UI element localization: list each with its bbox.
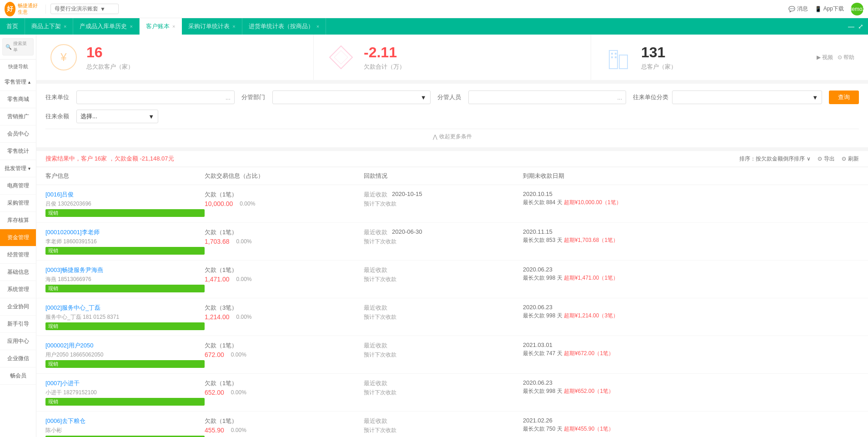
sidebar-item-enterprise[interactable]: 企业协同 — [0, 298, 36, 316]
customer-name-2[interactable]: [0003]畅捷服务尹海燕 — [45, 266, 205, 274]
customer-name-1[interactable]: [0001020001]李老师 — [45, 228, 205, 236]
customer-info-2: [0003]畅捷服务尹海燕 海燕 18513066976 现销 — [45, 266, 205, 292]
close-tab-produce[interactable]: × — [130, 24, 132, 29]
stat-icon-building — [605, 44, 632, 71]
due-overdue-0: 最长欠款 884 天 超期¥10,000.00（1笔） — [523, 199, 859, 206]
sidebar-item-ecommerce[interactable]: 电商管理 — [0, 177, 36, 195]
filter-category-select[interactable]: ▼ — [672, 90, 822, 104]
sidebar-item-system[interactable]: 系统管理 — [0, 281, 36, 298]
sidebar-item-basic[interactable]: 基础信息 — [0, 264, 36, 281]
sidebar-item-retail-stats[interactable]: 零售统计 — [0, 143, 36, 160]
close-tab-purchase[interactable]: × — [232, 24, 235, 29]
close-tab-import[interactable]: × — [316, 24, 319, 29]
sidebar-item-member[interactable]: 会员中心 — [0, 126, 36, 143]
customer-name-6[interactable]: [0006]去下粮仓 — [45, 417, 205, 425]
sidebar-item-finance[interactable]: 资金管理 — [0, 229, 36, 246]
due-info-5: 2020.06.23 最长欠款 998 天 超期¥652.00（1笔） — [523, 379, 859, 395]
debt-row-0: 欠款（1笔） — [205, 191, 364, 199]
recovery-info-5: 最近收款 预计下次收款 — [364, 379, 523, 397]
refresh-btn[interactable]: ⊙ 刷新 — [842, 155, 859, 163]
user-profile[interactable]: demo2 — [851, 3, 863, 15]
sort-selector[interactable]: 排序：按欠款金额倒序排序 ∨ — [739, 155, 811, 163]
sidebar-item-retail-store[interactable]: 零售商城 — [0, 91, 36, 108]
filter-partner: 往来单位 ... — [45, 90, 235, 104]
sidebar-quick-nav[interactable]: 快捷导航 — [0, 60, 36, 74]
due-info-2: 2020.06.23 最长欠款 998 天 超期¥1,471.00（1笔） — [523, 266, 859, 282]
message-btn[interactable]: 💬 消息 — [788, 5, 808, 13]
customer-phone-0: 吕俊 13026203696 — [45, 200, 205, 208]
logo-icon: 好 — [5, 2, 15, 16]
tab-bar-expand[interactable]: ⤢ — [858, 23, 863, 30]
customer-phone-4: 用户2050 18665062050 — [45, 351, 205, 359]
main-wrapper: 🔍 搜索菜单 快捷导航 零售管理 ▲ 零售商城 营销推广 会员 — [0, 35, 868, 437]
tab-customer[interactable]: 客户账本 × — [140, 18, 182, 35]
sidebar-item-batch-mgmt[interactable]: 批发管理 ▼ — [0, 160, 36, 177]
top-right-area: 💬 消息 📱 App下载 demo2 — [788, 3, 863, 15]
customer-name-0[interactable]: [0016]吕俊 — [45, 191, 205, 199]
table-row: [0002]服务中心_丁磊 服务中心_丁磊 181 0125 8371 现销 欠… — [36, 298, 868, 336]
export-btn[interactable]: ⊙ 导出 — [818, 155, 835, 163]
logo-text: 畅捷通好生意 — [18, 3, 41, 15]
store-selector[interactable]: 母婴行业演示账套 ▼ — [50, 4, 119, 14]
customer-tag-1: 现销 — [45, 247, 205, 255]
sidebar-item-apps[interactable]: 应用中心 — [0, 333, 36, 350]
tab-home[interactable]: 首页 — [0, 18, 25, 35]
app-download-btn[interactable]: 📱 App下载 — [815, 5, 844, 13]
video-icon: ▶ — [817, 54, 821, 60]
customer-name-4[interactable]: [000002]用户2050 — [45, 342, 205, 350]
sidebar-item-retail-mgmt[interactable]: 零售管理 ▲ — [0, 74, 36, 91]
filter-person-input[interactable]: ... — [468, 90, 627, 104]
sidebar-item-marketing[interactable]: 营销推广 — [0, 108, 36, 126]
filter-dept-select[interactable]: ▼ — [272, 90, 431, 104]
debt-amount-row-1: 1,703.68 0.00% — [205, 238, 364, 245]
sidebar-search-box[interactable]: 🔍 搜索菜单 — [2, 38, 34, 55]
filter-partner-label: 往来单位 — [45, 93, 73, 101]
stat-info-1: 16 总欠款客户（家） — [86, 44, 134, 71]
tab-import[interactable]: 进货单统计表（按商品） × — [242, 18, 326, 35]
sidebar-item-warehouse[interactable]: 库存核算 — [0, 212, 36, 229]
customer-phone-3: 服务中心_丁磊 181 0125 8371 — [45, 313, 205, 321]
sort-label: 排序：按欠款金额倒序排序 — [739, 155, 805, 163]
close-tab-goods[interactable]: × — [64, 24, 66, 29]
svg-text:¥: ¥ — [60, 51, 67, 63]
debt-amount-0[interactable]: 10,000.00 — [205, 200, 233, 207]
tab-goods[interactable]: 商品上下架 × — [25, 18, 73, 35]
sidebar-item-operation[interactable]: 经营管理 — [0, 246, 36, 264]
tab-bar-shrink[interactable]: — — [848, 23, 854, 30]
stat-card-3: 131 总客户（家） ▶ 视频 ⊙ 帮助 — [591, 35, 868, 80]
close-tab-customer[interactable]: × — [172, 24, 175, 29]
debt-amount-1[interactable]: 1,703.68 — [205, 238, 230, 245]
debt-amount-2[interactable]: 1,471.00 — [205, 276, 230, 283]
tab-produce[interactable]: 产成品入库单历史 × — [73, 18, 139, 35]
debt-amount-5[interactable]: 652.00 — [205, 389, 224, 396]
recovery-info-3: 最近收款 预计下次收款 — [364, 304, 523, 321]
sidebar-item-purchase-mgmt[interactable]: 采购管理 — [0, 195, 36, 212]
sidebar-item-newbie[interactable]: 新手引导 — [0, 316, 36, 333]
svg-marker-3 — [334, 50, 348, 64]
customer-tag-4: 现销 — [45, 360, 205, 368]
results-bar: 搜索结果中，客户 16家 ，欠款金额 -21,148.07元 排序：按欠款金额倒… — [36, 151, 868, 166]
search-button[interactable]: 查询 — [829, 90, 859, 104]
customer-name-5[interactable]: [0007]小进干 — [45, 379, 205, 387]
sidebar-item-wecom[interactable]: 企业微信 — [0, 350, 36, 367]
filter-partner-input[interactable]: ... — [76, 90, 235, 104]
filter-balance-select[interactable]: 选择... ▼ — [76, 110, 158, 123]
stat-number-1: 16 — [86, 44, 134, 61]
svg-rect-8 — [611, 56, 613, 58]
tab-purchase[interactable]: 采购订单统计表 × — [182, 18, 242, 35]
customer-name-3[interactable]: [0002]服务中心_丁磊 — [45, 304, 205, 312]
svg-marker-2 — [330, 46, 352, 69]
help-btn[interactable]: ⊙ 帮助 — [838, 54, 854, 61]
debt-count-0: 欠款（1笔） — [205, 191, 237, 199]
collapse-btn[interactable]: ⋀ 收起更多条件 — [45, 129, 859, 141]
customer-tag-2: 现销 — [45, 285, 205, 292]
debt-info-3: 欠款（3笔） 1,214.00 0.00% — [205, 304, 364, 321]
video-btn[interactable]: ▶ 视频 — [817, 54, 833, 61]
debt-amount-3[interactable]: 1,214.00 — [205, 313, 230, 321]
table-row: [0006]去下粮仓 陈小彬 现销 欠款（1笔） 455.90 0.00% — [36, 412, 868, 437]
search-icon: 🔍 — [5, 44, 12, 50]
debt-amount-6[interactable]: 455.90 — [205, 427, 224, 434]
debt-amount-4[interactable]: 672.00 — [205, 351, 224, 358]
sidebar-item-vip[interactable]: 畅会员 — [0, 367, 36, 385]
help-icon: ⊙ — [838, 54, 842, 60]
